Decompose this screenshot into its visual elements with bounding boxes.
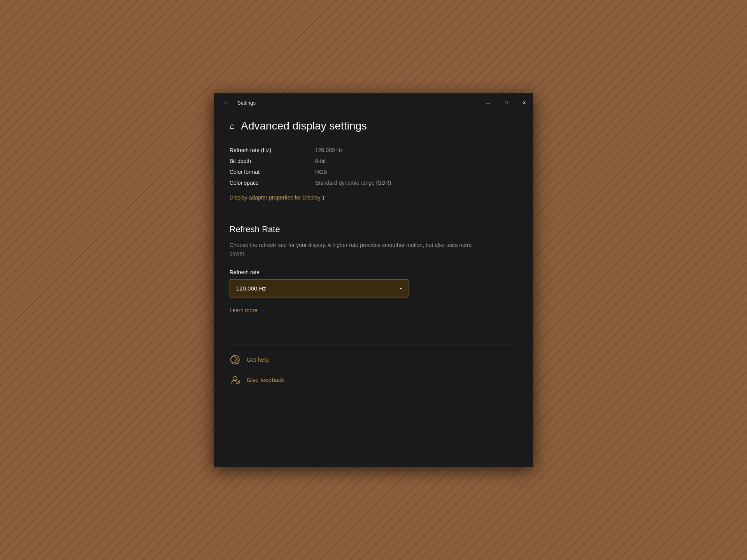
give-feedback-icon xyxy=(230,374,240,385)
give-feedback-link[interactable]: Give feedback xyxy=(247,376,284,383)
page-header: ⌂ Advanced display settings xyxy=(230,120,517,132)
minimize-button[interactable]: — xyxy=(479,93,497,112)
title-bar: ← Settings — □ ✕ xyxy=(214,93,533,112)
title-bar-title: Settings xyxy=(237,100,256,106)
get-help-link[interactable]: Get help xyxy=(247,356,269,363)
close-button[interactable]: ✕ xyxy=(515,93,533,112)
section-description-refresh-rate: Choose the refresh rate for your display… xyxy=(230,241,486,258)
info-label-color-format: Color format xyxy=(230,169,315,175)
refresh-rate-dropdown-container: 120.000 Hz ▾ xyxy=(230,279,409,298)
table-row: Refresh rate (Hz) 120.000 Hz xyxy=(230,145,517,156)
info-label-bit-depth: Bit depth xyxy=(230,158,315,164)
page-title: Advanced display settings xyxy=(241,120,367,132)
title-bar-left: ← Settings xyxy=(220,98,256,108)
refresh-rate-dropdown[interactable]: 120.000 Hz ▾ xyxy=(230,279,409,298)
help-section: ? Get help Give feedback xyxy=(230,345,517,385)
get-help-icon: ? xyxy=(230,354,240,365)
info-value-refresh-rate: 120.000 Hz xyxy=(315,147,343,153)
get-help-item[interactable]: ? Get help xyxy=(230,354,517,365)
settings-window: ← Settings — □ ✕ ⌂ Advanced display sett… xyxy=(214,93,533,467)
learn-more-link[interactable]: Learn more xyxy=(230,307,258,313)
display-info-table: Refresh rate (Hz) 120.000 Hz Bit depth 8… xyxy=(230,145,517,188)
info-value-color-space: Standard dynamic range (SDR) xyxy=(315,180,391,186)
info-label-refresh-rate: Refresh rate (Hz) xyxy=(230,147,315,153)
svg-text:?: ? xyxy=(236,360,238,364)
table-row: Color format RGB xyxy=(230,166,517,177)
refresh-rate-dropdown-label: Refresh rate xyxy=(230,269,517,275)
chevron-down-icon: ▾ xyxy=(400,286,402,290)
section-title-refresh-rate: Refresh Rate xyxy=(230,224,517,234)
svg-point-4 xyxy=(233,376,237,380)
dropdown-value: 120.000 Hz xyxy=(236,285,266,292)
home-icon: ⌂ xyxy=(230,121,235,131)
info-value-bit-depth: 8-bit xyxy=(315,158,326,164)
give-feedback-item[interactable]: Give feedback xyxy=(230,374,517,385)
window-controls: — □ ✕ xyxy=(479,93,533,112)
back-button[interactable]: ← xyxy=(220,98,233,108)
table-row: Bit depth 8-bit xyxy=(230,156,517,166)
section-divider xyxy=(230,218,517,218)
adapter-properties-link[interactable]: Display adapter properties for Display 1 xyxy=(230,194,325,201)
maximize-button[interactable]: □ xyxy=(497,93,515,112)
info-value-color-format: RGB xyxy=(315,169,327,175)
info-label-color-space: Color space xyxy=(230,180,315,186)
content-area: ⌂ Advanced display settings Refresh rate… xyxy=(214,112,533,467)
table-row: Color space Standard dynamic range (SDR) xyxy=(230,177,517,188)
